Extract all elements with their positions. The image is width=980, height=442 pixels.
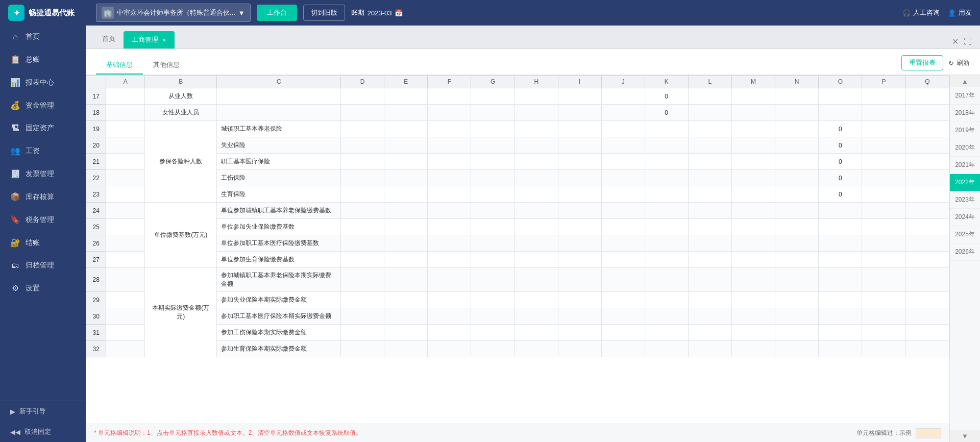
cell-20-k[interactable] (645, 137, 688, 154)
cell-21-e[interactable] (384, 154, 428, 170)
cell-28-h[interactable] (514, 268, 558, 292)
cell-18-h[interactable] (514, 105, 558, 121)
cell-20-i[interactable] (558, 137, 601, 154)
cell-25-c[interactable]: 单位参加失业保险缴费基数 (217, 219, 341, 235)
cell-23-f[interactable] (428, 186, 471, 203)
cell-29-g[interactable] (471, 292, 514, 308)
cell-31-l[interactable] (688, 325, 731, 341)
cell-18-c[interactable] (217, 105, 341, 121)
cell-20-e[interactable] (384, 137, 428, 154)
cell-24-l[interactable] (688, 203, 731, 219)
cell-21-d[interactable] (341, 154, 384, 170)
cell-27-a[interactable] (106, 252, 145, 268)
cell-18-k[interactable]: 0 (645, 105, 688, 121)
cell-25-p[interactable] (862, 219, 905, 235)
cell-22-m[interactable] (731, 170, 775, 186)
cell-29-d[interactable] (341, 292, 384, 308)
cell-17-b[interactable]: 从业人数 (145, 88, 217, 105)
cell-28-f[interactable] (428, 268, 471, 292)
cell-22-c[interactable]: 工伤保险 (217, 170, 341, 186)
cell-27-c[interactable]: 单位参加生育保险缴费基数 (217, 252, 341, 268)
cell-21-q[interactable] (905, 154, 949, 170)
cell-23-d[interactable] (341, 186, 384, 203)
cell-24-o[interactable] (819, 203, 862, 219)
cell-19-g[interactable] (471, 121, 514, 137)
cell-20-f[interactable] (428, 137, 471, 154)
cell-17-i[interactable] (558, 88, 601, 105)
cell-22-f[interactable] (428, 170, 471, 186)
year-item-2019[interactable]: 2019年 (950, 122, 980, 139)
cell-21-j[interactable] (601, 154, 645, 170)
cell-28-a[interactable] (106, 268, 145, 292)
cell-20-a[interactable] (106, 137, 145, 154)
sidebar-item-home[interactable]: ⌂ 首页 (0, 26, 86, 48)
cell-25-d[interactable] (341, 219, 384, 235)
cell-23-m[interactable] (731, 186, 775, 203)
cell-22-a[interactable] (106, 170, 145, 186)
cell-23-o[interactable]: 0 (819, 186, 862, 203)
cell-21-a[interactable] (106, 154, 145, 170)
cell-29-m[interactable] (731, 292, 775, 308)
calendar-icon[interactable]: 📅 (395, 9, 403, 17)
cell-18-d[interactable] (341, 105, 384, 121)
cell-25-l[interactable] (688, 219, 731, 235)
year-item-2026[interactable]: 2026年 (950, 243, 980, 261)
cell-24-n[interactable] (775, 203, 819, 219)
cell-30-c[interactable]: 参加职工基本医疗保险本期实际缴费金额 (217, 308, 341, 325)
cell-22-l[interactable] (688, 170, 731, 186)
cell-26-q[interactable] (905, 235, 949, 252)
cell-19-i[interactable] (558, 121, 601, 137)
cell-24-q[interactable] (905, 203, 949, 219)
cell-30-k[interactable] (645, 308, 688, 325)
cell-31-j[interactable] (601, 325, 645, 341)
cell-28-o[interactable] (819, 268, 862, 292)
cell-19-b[interactable]: 参保各险种人数 (145, 121, 217, 203)
cell-30-d[interactable] (341, 308, 384, 325)
refresh-button[interactable]: ↻ 刷新 (948, 58, 970, 67)
cell-20-o[interactable]: 0 (819, 137, 862, 154)
year-item-2023[interactable]: 2023年 (950, 191, 980, 209)
cell-28-e[interactable] (384, 268, 428, 292)
cell-26-k[interactable] (645, 235, 688, 252)
cell-25-f[interactable] (428, 219, 471, 235)
sub-tab-other[interactable]: 其他信息 (143, 56, 190, 75)
cell-32-p[interactable] (862, 341, 905, 357)
cell-17-o[interactable] (819, 88, 862, 105)
cell-32-e[interactable] (384, 341, 428, 357)
cell-25-g[interactable] (471, 219, 514, 235)
cell-32-f[interactable] (428, 341, 471, 357)
cell-27-k[interactable] (645, 252, 688, 268)
cell-17-n[interactable] (775, 88, 819, 105)
cell-24-h[interactable] (514, 203, 558, 219)
cell-19-k[interactable] (645, 121, 688, 137)
cell-25-n[interactable] (775, 219, 819, 235)
cell-31-e[interactable] (384, 325, 428, 341)
cell-20-p[interactable] (862, 137, 905, 154)
cell-24-b[interactable]: 单位缴费基数(万元) (145, 203, 217, 268)
cell-30-m[interactable] (731, 308, 775, 325)
cell-20-g[interactable] (471, 137, 514, 154)
cell-23-n[interactable] (775, 186, 819, 203)
cell-23-l[interactable] (688, 186, 731, 203)
cell-29-j[interactable] (601, 292, 645, 308)
cell-21-h[interactable] (514, 154, 558, 170)
cell-31-k[interactable] (645, 325, 688, 341)
cell-18-n[interactable] (775, 105, 819, 121)
cell-17-p[interactable] (862, 88, 905, 105)
cell-24-m[interactable] (731, 203, 775, 219)
user-area[interactable]: 👤 用友 (948, 8, 972, 17)
sidebar-new-user-button[interactable]: ▶ 新手引导 (0, 401, 86, 422)
cell-23-a[interactable] (106, 186, 145, 203)
cell-28-j[interactable] (601, 268, 645, 292)
cell-24-i[interactable] (558, 203, 601, 219)
cell-19-e[interactable] (384, 121, 428, 137)
company-selector[interactable]: 🏢 中审众环会计师事务所（特殊普通合伙... ▼ (96, 4, 251, 22)
cell-24-d[interactable] (341, 203, 384, 219)
cell-27-h[interactable] (514, 252, 558, 268)
cell-32-a[interactable] (106, 341, 145, 357)
year-item-2017[interactable]: 2017年 (950, 87, 980, 105)
cell-27-p[interactable] (862, 252, 905, 268)
year-nav-up-button[interactable]: ▲ (950, 75, 980, 87)
cell-21-m[interactable] (731, 154, 775, 170)
cell-29-o[interactable] (819, 292, 862, 308)
